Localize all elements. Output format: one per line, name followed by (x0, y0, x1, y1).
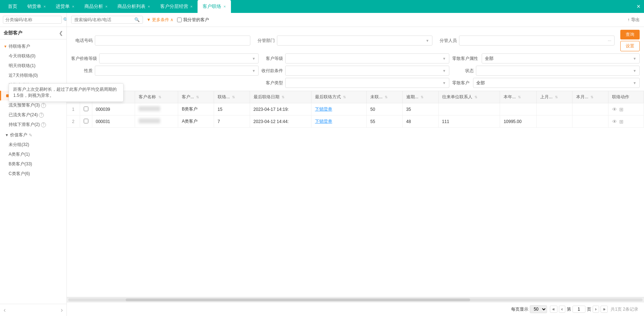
value-group-edit[interactable]: ✎ (29, 133, 32, 138)
sort-thismonth[interactable]: ⇅ (590, 95, 593, 99)
tree-group-value-title[interactable]: ▼ 价值客户 ✎ (0, 130, 66, 140)
tree-item-declining[interactable]: 持续下滑客户(2) ? (0, 120, 66, 129)
horizontal-scrollbar[interactable] (67, 297, 644, 302)
scrollbar-thumb[interactable] (126, 298, 470, 301)
level-down-arrow: ▼ (443, 57, 446, 61)
row-2-thismonth (573, 115, 608, 128)
customer-type-input[interactable]: ▼ (285, 78, 449, 88)
row-2-method-link[interactable]: 下销货单 (315, 119, 332, 124)
tree-item-class-b[interactable]: B类客户(33) (0, 159, 66, 169)
filter-row-4: ... 客户类型 ▼ 零散客户 全部 ▼ (71, 78, 640, 88)
close-product-analysis[interactable]: × (105, 4, 107, 9)
tree-item-tomorrow[interactable]: 明天待联络(1) (0, 61, 66, 71)
close-customer-segmentation[interactable]: × (190, 4, 193, 9)
sidebar-next-icon[interactable]: › (61, 306, 63, 314)
nature-input[interactable]: ▼ (95, 66, 259, 76)
nav-product-analysis-list[interactable]: 商品分析列表 × (112, 0, 155, 13)
help-icon-churn[interactable]: ? (41, 103, 46, 108)
sidebar-search-input[interactable] (3, 16, 62, 24)
th-contact-count: 联络... ⇅ (214, 91, 250, 103)
phone-input[interactable] (95, 36, 250, 46)
export-button[interactable]: ↑ 导出 (627, 17, 640, 23)
sort-name[interactable]: ⇅ (158, 95, 161, 99)
scattered-customer-select[interactable]: 全部 ▼ (473, 78, 640, 88)
row-checkbox-1 (80, 103, 92, 115)
tree-item-class-c[interactable]: C类客户(6) (0, 169, 66, 179)
prev-page-btn[interactable]: ‹ (559, 306, 565, 313)
row-2-view-icon[interactable]: 👁 (612, 119, 617, 124)
tree-item-unclassified[interactable]: 未分组(32) (0, 140, 66, 150)
customer-table: ⚙ 客户编码 ⇅ 客户名称 ⇅ 客户... (67, 91, 644, 128)
manager-dots[interactable]: ··· (608, 38, 611, 43)
more-filters-btn[interactable]: ▼ 更多条件 ∧ (147, 17, 173, 23)
sort-person[interactable]: ⇅ (474, 95, 477, 99)
sort-year[interactable]: ⇅ (518, 95, 521, 99)
row-2-more-icon[interactable]: ⊞ (619, 119, 624, 124)
tree-group-pending-title[interactable]: ▼ 待联络客户 (0, 42, 66, 51)
sort-date[interactable]: ⇅ (282, 95, 284, 99)
tree-item-today[interactable]: 今天待联络(0) (0, 51, 66, 61)
sort-contact[interactable]: ⇅ (232, 95, 235, 99)
th-last-month: 上月... ⇅ (537, 91, 573, 103)
row-1-thisyear (500, 103, 537, 115)
row-1-overdue: 35 (402, 103, 438, 115)
nav-product-analysis[interactable]: 商品分析 × (79, 0, 112, 13)
help-icon-churned[interactable]: ? (39, 113, 44, 118)
scattered-attr-select[interactable]: 全部 ▼ (482, 53, 640, 63)
sort-lastmonth[interactable]: ⇅ (555, 95, 558, 99)
payment-input[interactable]: ▼ (285, 66, 449, 76)
manager-input[interactable]: ··· (459, 36, 615, 46)
page-number-input[interactable] (573, 306, 585, 313)
th-overdue: 逾期... ⇅ (402, 91, 438, 103)
nav-home[interactable]: 首页 (3, 0, 22, 13)
help-icon-declining[interactable]: ? (41, 122, 46, 127)
payment-down-arrow: ▼ (443, 69, 446, 73)
status-input[interactable]: ▼ (476, 66, 640, 76)
close-sales-order[interactable]: × (43, 4, 46, 9)
settings-button[interactable]: 设置 (620, 41, 640, 51)
sidebar-search-icon[interactable]: 🔍 (63, 17, 67, 22)
last-page-btn[interactable]: » (601, 306, 608, 313)
tree-item-churned[interactable]: 已流失客户(24) ? (0, 110, 66, 120)
nav-sales-order[interactable]: 销货单 × (22, 0, 51, 13)
price-level-input[interactable]: ▼ (99, 53, 259, 63)
close-purchase-order[interactable]: × (72, 4, 74, 9)
sort-method[interactable]: ⇅ (343, 95, 346, 99)
nav-purchase-order[interactable]: 进货单 × (51, 0, 79, 13)
th-related-person: 往来单位联系人 ⇅ (438, 91, 500, 103)
per-page-area: 每页显示 50 (511, 305, 547, 313)
main-search-icon[interactable]: 🔍 (134, 17, 140, 22)
nav-customer-contact[interactable]: 客户联络 × (198, 0, 231, 13)
first-page-btn[interactable]: « (550, 306, 557, 313)
row-2-checkbox[interactable] (84, 119, 88, 123)
close-product-analysis-list[interactable]: × (148, 4, 150, 9)
next-page-btn[interactable]: › (593, 306, 599, 313)
tree-item-class-a[interactable]: A类客户(1) (0, 150, 66, 159)
my-customers-checkbox[interactable] (177, 18, 182, 22)
customer-level-input[interactable]: ▼ (285, 53, 449, 63)
row-1-more-icon[interactable]: ⊞ (619, 107, 624, 112)
table-area: ⚙ 客户编码 ⇅ 客户名称 ⇅ 客户... (67, 91, 644, 297)
sort-uncontacted[interactable]: ⇅ (385, 95, 388, 99)
window-close-icon[interactable]: × (636, 3, 640, 10)
row-1-view-icon[interactable]: 👁 (612, 107, 617, 112)
row-1-lastmonth (537, 103, 573, 115)
sidebar-collapse-icon[interactable]: ❮ (59, 30, 63, 36)
nav-customer-segmentation[interactable]: 客户分层经营 × (155, 0, 198, 13)
sidebar-prev-icon[interactable]: ‹ (4, 306, 6, 314)
per-page-select[interactable]: 50 (530, 305, 547, 313)
field-manager: 分管人员 ··· (435, 36, 615, 46)
close-customer-contact[interactable]: × (223, 4, 226, 9)
row-1-checkbox[interactable] (84, 107, 88, 111)
row-1-method-link[interactable]: 下销货单 (315, 107, 332, 112)
tree-item-churn-warning[interactable]: 流失预警客户(3) ? (0, 100, 66, 110)
export-icon: ↑ (627, 17, 630, 22)
tree-item-7days[interactable]: 近7天待联络(0) (0, 71, 66, 80)
value-group-arrow: ▼ (5, 133, 9, 137)
scrollbar-track[interactable] (68, 298, 643, 301)
dept-input[interactable]: ▼ (277, 36, 432, 46)
sort-overdue[interactable]: ⇅ (421, 95, 423, 99)
sort-type[interactable]: ⇅ (196, 95, 199, 99)
main-search-input[interactable] (74, 17, 134, 22)
query-button[interactable]: 查询 (620, 30, 640, 39)
